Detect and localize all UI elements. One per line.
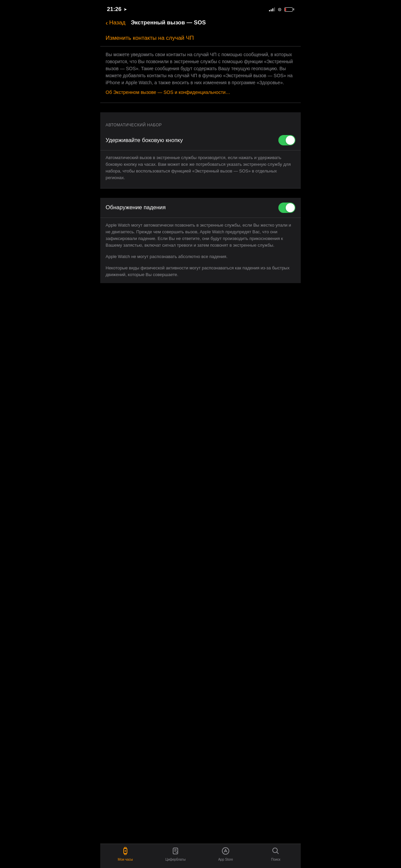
emergency-contacts-info: Вы можете уведомить свои контакты на слу… <box>100 46 301 103</box>
signal-bar-4 <box>274 7 275 11</box>
signal-bar-1 <box>269 10 270 11</box>
battery-icon <box>284 7 294 12</box>
status-bar: 21:26 ➤ ⊜ <box>100 0 301 17</box>
hold-button-label: Удерживайте боковую кнопку <box>105 137 183 144</box>
emergency-contacts-section: Изменить контакты на случай ЧП <box>100 30 301 46</box>
wifi-icon: ⊜ <box>278 7 282 12</box>
emergency-contacts-link[interactable]: Изменить контакты на случай ЧП <box>105 35 194 41</box>
hold-button-toggle-row: Удерживайте боковую кнопку <box>100 130 301 150</box>
toggle-knob-2 <box>286 203 295 212</box>
fall-detection-desc-3: Некоторые виды физической активности мог… <box>105 265 296 278</box>
emergency-contacts-description: Вы можете уведомить свои контакты на слу… <box>105 51 296 86</box>
fall-detection-toggle-row: Обнаружение падения <box>100 198 301 218</box>
toggle-knob-1 <box>286 136 295 145</box>
fall-detection-desc-2: Apple Watch не могут распознавать абсолю… <box>105 253 296 260</box>
nav-bar: ‹ Назад Экстренный вызов — SOS <box>100 17 301 30</box>
page-title: Экстренный вызов — SOS <box>131 20 206 26</box>
hold-button-description: Автоматический вызов в экстренные службы… <box>105 154 296 182</box>
auto-dial-header-text: АВТОМАТИЧЕСКИЙ НАБОР <box>105 123 162 127</box>
fall-detection-description-block: Apple Watch могут автоматически позвонит… <box>100 218 301 283</box>
section-spacer-1 <box>100 103 301 112</box>
content-area: Изменить контакты на случай ЧП Вы можете… <box>100 30 301 313</box>
battery-body <box>284 7 293 12</box>
status-time: 21:26 ➤ <box>107 6 127 13</box>
status-right-icons: ⊜ <box>269 7 294 12</box>
back-label: Назад <box>109 20 126 26</box>
section-spacer-2 <box>100 188 301 198</box>
fall-detection-toggle[interactable] <box>278 203 296 213</box>
chevron-left-icon: ‹ <box>105 20 108 26</box>
back-button[interactable]: ‹ Назад <box>105 20 125 26</box>
time-display: 21:26 <box>107 6 121 13</box>
fall-detection-label: Обнаружение падения <box>105 204 166 211</box>
signal-bar-2 <box>271 9 272 11</box>
privacy-link[interactable]: Об Экстренном вызове — SOS и конфиденциа… <box>105 90 230 95</box>
hold-button-description-block: Автоматический вызов в экстренные службы… <box>100 150 301 188</box>
hold-button-toggle[interactable] <box>278 135 296 145</box>
signal-bar-3 <box>272 8 273 11</box>
battery-tip <box>294 8 294 10</box>
fall-detection-desc-1: Apple Watch могут автоматически позвонит… <box>105 222 296 249</box>
signal-bars <box>269 7 275 11</box>
auto-dial-section-header: АВТОМАТИЧЕСКИЙ НАБОР <box>100 112 301 130</box>
battery-fill <box>285 8 286 11</box>
location-icon: ➤ <box>124 7 127 12</box>
